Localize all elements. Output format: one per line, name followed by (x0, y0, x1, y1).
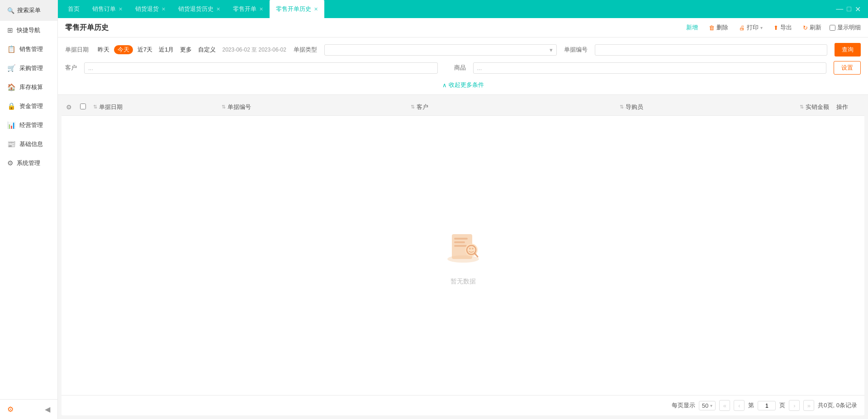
show-detail-input[interactable] (830, 25, 835, 31)
settings-icon[interactable]: ⚙ (7, 405, 14, 414)
svg-point-9 (472, 248, 474, 250)
product-filter-label: 商品 (454, 64, 466, 72)
collapse-sidebar-icon[interactable]: ◀ (45, 405, 50, 414)
product-select[interactable]: ... (473, 62, 827, 74)
sidebar-item-purchase-mgmt[interactable]: 🛒 采购管理 (0, 59, 57, 78)
date-opt-today[interactable]: 今天 (114, 45, 133, 54)
minimize-icon[interactable]: — (836, 5, 843, 13)
tab-bar: 首页 销售订单 ✕ 销货退货 ✕ 销货退货历史 ✕ 零售开单 ✕ 零售开单历史 … (58, 0, 868, 18)
th-date-sort-icon: ⇅ (93, 104, 97, 110)
delete-label: 删除 (716, 24, 728, 32)
ops-mgmt-icon: 📊 (7, 121, 16, 129)
tab-sales-return-history-close[interactable]: ✕ (216, 6, 220, 12)
print-arrow-icon: ▾ (760, 25, 763, 30)
sidebar-item-label: 销售管理 (19, 45, 43, 53)
next-page-button[interactable]: › (789, 400, 800, 411)
last-page-button[interactable]: » (803, 400, 814, 411)
page-input[interactable] (758, 401, 776, 410)
next-page-icon: › (793, 402, 795, 409)
select-all-input[interactable] (80, 104, 86, 109)
tab-retail-open-label: 零售开单 (233, 5, 256, 13)
th-num[interactable]: ⇅ 单据编号 (218, 103, 407, 111)
collapse-btn[interactable]: ∧ 收起更多条件 (65, 79, 861, 93)
th-num-label: 单据编号 (228, 103, 251, 111)
type-select-arrow-icon: ▾ (550, 47, 553, 53)
set-button[interactable]: 设置 (834, 61, 861, 75)
sidebar: 🔍 搜索采单 ⊞ 快捷导航 📋 销售管理 🛒 采购管理 🏠 库存核算 🔒 资金管… (0, 0, 58, 419)
sidebar-item-base-info[interactable]: 📰 基础信息 (0, 135, 57, 154)
th-action-label: 操作 (836, 104, 848, 110)
date-opt-1month[interactable]: 近1月 (157, 45, 175, 54)
page-size-arrow-icon: ▾ (710, 403, 712, 408)
num-filter-input[interactable] (595, 44, 827, 56)
tab-home-label: 首页 (68, 5, 80, 13)
tab-retail-open-close[interactable]: ✕ (259, 6, 263, 12)
quick-nav-icon: ⊞ (7, 26, 13, 34)
sidebar-item-quick-nav[interactable]: ⊞ 快捷导航 (0, 21, 57, 40)
delete-button[interactable]: 🗑 删除 (706, 22, 731, 33)
svg-rect-3 (454, 241, 465, 243)
type-select[interactable]: ▾ (324, 44, 557, 56)
th-guide[interactable]: ⇅ 导购员 (616, 103, 724, 111)
prev-page-button[interactable]: ‹ (734, 400, 745, 411)
tab-sales-order-close[interactable]: ✕ (119, 6, 123, 12)
per-page-label: 每页显示 (672, 401, 695, 410)
page-label-end: 页 (779, 401, 785, 410)
export-icon: ⬆ (773, 24, 778, 31)
tab-retail-history[interactable]: 零售开单历史 ✕ (270, 0, 324, 18)
tab-home[interactable]: 首页 (62, 0, 86, 18)
select-all-checkbox[interactable] (76, 104, 90, 111)
show-detail-checkbox[interactable]: 显示明细 (830, 24, 861, 32)
page-size-value: 50 (702, 402, 708, 409)
query-button[interactable]: 查询 (835, 43, 861, 56)
export-button[interactable]: ⬆ 导出 (771, 22, 795, 33)
th-date[interactable]: ⇅ 单据日期 (90, 103, 218, 111)
sidebar-item-label: 系统管理 (17, 159, 40, 167)
sidebar-item-finance-mgmt[interactable]: 🔒 资金管理 (0, 97, 57, 116)
column-settings-icon[interactable]: ⚙ (62, 104, 76, 111)
tab-sales-return-close[interactable]: ✕ (161, 6, 166, 12)
sidebar-item-label: 资金管理 (19, 102, 43, 110)
sidebar-item-ops-mgmt[interactable]: 📊 经营管理 (0, 116, 57, 135)
print-icon: 🖨 (739, 24, 745, 31)
refresh-label: 刷新 (810, 24, 821, 32)
sidebar-item-sys-mgmt[interactable]: ⚙ 系统管理 (0, 154, 57, 173)
first-page-button[interactable]: « (719, 400, 730, 411)
delete-icon: 🗑 (709, 24, 715, 31)
page-label: 第 (748, 401, 754, 410)
refresh-button[interactable]: ↻ 刷新 (800, 22, 824, 33)
maximize-icon[interactable]: □ (847, 5, 851, 13)
svg-point-8 (469, 248, 471, 250)
collapse-arrow-icon: ∧ (442, 82, 447, 89)
close-icon[interactable]: ✕ (855, 5, 861, 14)
th-customer[interactable]: ⇅ 客户 (407, 103, 617, 111)
toolbar-actions: 新增 🗑 删除 🖨 打印 ▾ ⬆ 导出 ↻ 刷新 显示明细 (682, 22, 861, 33)
customer-select[interactable]: ... (84, 62, 438, 74)
th-amount-label: 实销金额 (806, 103, 829, 111)
first-page-icon: « (723, 402, 726, 409)
sidebar-item-sales-mgmt[interactable]: 📋 销售管理 (0, 40, 57, 59)
tab-retail-open[interactable]: 零售开单 ✕ (227, 0, 270, 18)
sidebar-search[interactable]: 🔍 搜索采单 (0, 0, 57, 21)
customer-filter-label: 客户 (65, 64, 77, 72)
th-amount[interactable]: ⇅ 实销金额 (725, 103, 833, 111)
th-amount-sort-icon: ⇅ (800, 104, 804, 110)
sidebar-item-label: 库存核算 (19, 83, 43, 91)
export-label: 导出 (780, 24, 792, 32)
th-action: 操作 (833, 103, 864, 111)
print-button[interactable]: 🖨 打印 ▾ (736, 22, 765, 33)
date-opt-custom[interactable]: 自定义 (196, 45, 218, 54)
add-button[interactable]: 新增 (682, 22, 701, 33)
page-size-select[interactable]: 50 ▾ (699, 401, 716, 410)
tab-sales-order[interactable]: 销售订单 ✕ (86, 0, 129, 18)
tab-retail-history-close[interactable]: ✕ (314, 6, 318, 12)
toolbar: 零售开单历史 新增 🗑 删除 🖨 打印 ▾ ⬆ 导出 ↻ 刷新 (58, 18, 868, 38)
tab-sales-return[interactable]: 销货退货 ✕ (129, 0, 172, 18)
date-opt-yesterday[interactable]: 昨天 (96, 45, 111, 54)
pagination-summary: 共0页, 0条记录 (818, 401, 857, 410)
sidebar-item-inventory[interactable]: 🏠 库存核算 (0, 78, 57, 97)
date-opt-more[interactable]: 更多 (178, 45, 194, 54)
date-range-display: 2023-06-02 至 2023-06-02 (222, 46, 286, 54)
tab-sales-return-history[interactable]: 销货退货历史 ✕ (172, 0, 227, 18)
date-opt-7days[interactable]: 近7天 (136, 45, 154, 54)
